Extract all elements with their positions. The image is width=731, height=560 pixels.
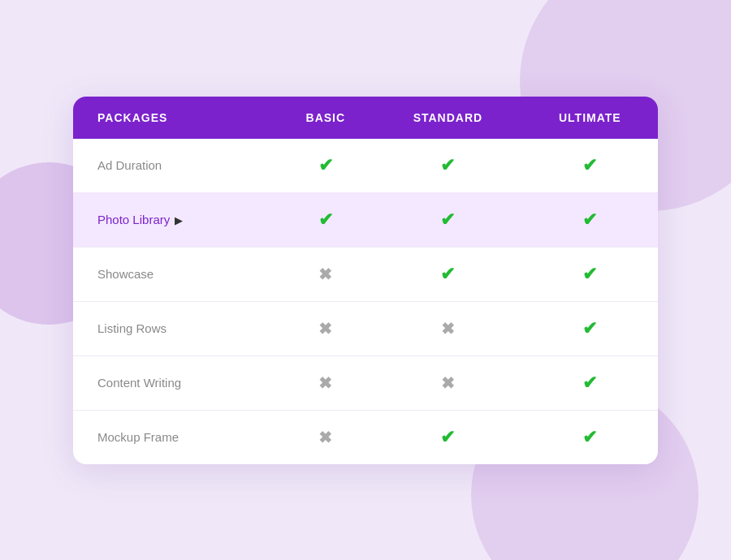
standard-cell-4: ✖	[374, 355, 522, 410]
cross-icon: ✖	[318, 373, 332, 393]
ultimate-cell-5: ✔	[522, 410, 658, 464]
cross-icon: ✖	[318, 428, 332, 447]
table-header-row: PACKAGES BASIC STANDARD ULTIMATE	[73, 97, 658, 139]
check-icon: ✔	[582, 318, 597, 339]
pricing-table-container: PACKAGES BASIC STANDARD ULTIMATE Ad Dura…	[73, 97, 658, 464]
standard-cell-2: ✔	[374, 247, 522, 301]
cross-icon: ✖	[441, 373, 455, 393]
feature-cell-3: Listing Rows	[73, 301, 278, 355]
feature-cell-4: Content Writing	[73, 355, 278, 410]
feature-cell-5: Mockup Frame	[73, 410, 278, 464]
table-row: Content Writing✖✖✔	[73, 355, 658, 410]
table-row: Ad Duration✔✔✔	[73, 139, 658, 193]
feature-cell-1: Photo Library ▶	[73, 192, 278, 247]
cursor-icon: ▶	[175, 214, 183, 226]
check-icon: ✔	[318, 209, 333, 230]
col-header-packages: PACKAGES	[73, 97, 278, 139]
cross-icon: ✖	[318, 319, 332, 338]
check-icon: ✔	[582, 427, 597, 448]
ultimate-cell-2: ✔	[522, 247, 658, 301]
check-icon: ✔	[318, 155, 333, 176]
check-icon: ✔	[582, 264, 597, 285]
standard-cell-3: ✖	[374, 301, 522, 355]
check-icon: ✔	[440, 155, 455, 176]
check-icon: ✔	[582, 373, 597, 394]
feature-cell-2: Showcase	[73, 247, 278, 301]
basic-cell-1: ✔	[278, 192, 374, 247]
cross-icon: ✖	[318, 265, 332, 284]
ultimate-cell-1: ✔	[522, 192, 658, 247]
basic-cell-0: ✔	[278, 139, 374, 193]
ultimate-cell-0: ✔	[522, 139, 658, 193]
col-header-basic: BASIC	[278, 97, 374, 139]
table-row: Mockup Frame✖✔✔	[73, 410, 658, 464]
check-icon: ✔	[582, 155, 597, 176]
feature-cell-0: Ad Duration	[73, 139, 278, 193]
standard-cell-1: ✔	[374, 192, 522, 247]
standard-cell-0: ✔	[374, 139, 522, 193]
table-row: Photo Library ▶✔✔✔	[73, 192, 658, 247]
cross-icon: ✖	[441, 319, 455, 338]
col-header-standard: STANDARD	[374, 97, 522, 139]
check-icon: ✔	[440, 209, 455, 230]
table-row: Listing Rows✖✖✔	[73, 301, 658, 355]
pricing-table: PACKAGES BASIC STANDARD ULTIMATE Ad Dura…	[73, 97, 658, 464]
check-icon: ✔	[440, 264, 455, 285]
check-icon: ✔	[440, 427, 455, 448]
ultimate-cell-4: ✔	[522, 355, 658, 410]
basic-cell-4: ✖	[278, 355, 374, 410]
basic-cell-5: ✖	[278, 410, 374, 464]
table-row: Showcase✖✔✔	[73, 247, 658, 301]
standard-cell-5: ✔	[374, 410, 522, 464]
col-header-ultimate: ULTIMATE	[522, 97, 658, 139]
basic-cell-3: ✖	[278, 301, 374, 355]
check-icon: ✔	[582, 209, 597, 230]
ultimate-cell-3: ✔	[522, 301, 658, 355]
basic-cell-2: ✖	[278, 247, 374, 301]
